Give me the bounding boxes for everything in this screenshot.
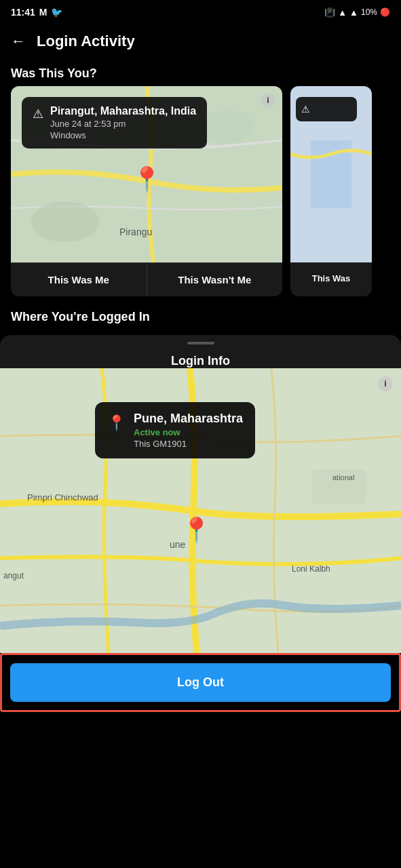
back-button[interactable]: ← [11, 33, 26, 50]
card-2-buttons: This Was [290, 262, 372, 294]
sheet-map: Pimpri Chinchwad angut Loni Kalbh une at… [0, 368, 401, 653]
svg-text:Pirangu: Pirangu [119, 226, 152, 237]
page-header: ← Login Activity [0, 24, 401, 58]
sheet-popup-status: Active now [134, 427, 243, 437]
signal-icon: ▲ [349, 7, 358, 18]
sheet-title: Login Info [0, 349, 401, 368]
sheet-popup-device: This GM1901 [134, 439, 243, 449]
info-badge-1[interactable]: i [261, 93, 275, 108]
sheet-map-popup: 📍 Pune, Maharashtra Active now This GM19… [95, 402, 255, 458]
info-icon: i [267, 96, 269, 105]
where-logged-in-section: Where You're Logged In [0, 296, 401, 330]
this-was-button-partial[interactable]: This Was [312, 273, 351, 283]
twitter-icon: 🐦 [51, 7, 62, 18]
logout-button[interactable]: Log Out [10, 663, 391, 702]
map-pin-1: 📍 [132, 165, 162, 194]
popup-date-1: June 24 at 2:53 pm [50, 119, 196, 129]
svg-text:Pimpri Chinchwad: Pimpri Chinchwad [27, 492, 98, 502]
this-was-me-button[interactable]: This Was Me [11, 263, 147, 296]
popup-platform-1: Windows [50, 130, 196, 140]
was-this-you-title: Was This You? [0, 58, 401, 86]
info-badge-sheet[interactable]: i [378, 376, 393, 391]
svg-point-1 [31, 201, 99, 242]
this-wasnt-me-button[interactable]: This Wasn't Me [147, 263, 283, 296]
wifi-icon: ▲ [338, 7, 347, 18]
location-pin-icon: 📍 [107, 414, 126, 432]
warning-icon-2: ⚠ [301, 104, 310, 115]
status-left: 11:41 M 🐦 [11, 7, 62, 18]
map-popup-1: ⚠ Pirangut, Maharashtra, India June 24 a… [22, 97, 207, 149]
map-pin-sheet: 📍 [181, 516, 212, 545]
map-area-1: Pirangu i 📍 ⚠ Pirangut, Maharashtra, Ind… [11, 86, 282, 262]
login-card-1: Pirangu i 📍 ⚠ Pirangut, Maharashtra, Ind… [11, 86, 282, 296]
info-icon-sheet: i [384, 379, 386, 389]
battery-text: 10% [361, 7, 377, 17]
svg-text:angut: angut [3, 571, 24, 580]
gmail-icon: M [39, 7, 47, 18]
sheet-handle[interactable] [187, 342, 214, 344]
warning-icon-1: ⚠ [33, 106, 43, 121]
vibrate-icon: 📳 [324, 7, 335, 18]
map-area-2-partial: ⚠ [290, 86, 372, 262]
logout-button-wrap: Log Out [0, 653, 401, 712]
card-1-buttons: This Was Me This Wasn't Me [11, 262, 282, 296]
svg-point-2 [201, 110, 255, 144]
login-info-sheet: Login Info Pimpri Chinchwad angut Loni K… [0, 335, 401, 653]
page-title: Login Activity [37, 33, 135, 50]
map-popup-2-partial: ⚠ [296, 97, 357, 121]
time-display: 11:41 [11, 7, 35, 18]
svg-text:ational: ational [332, 473, 354, 481]
battery-icon: 🔴 [380, 7, 390, 17]
login-card-2-partial: ⚠ This Was [290, 86, 372, 296]
where-logged-in-title: Where You're Logged In [11, 310, 390, 324]
popup-location-1: Pirangut, Maharashtra, India [50, 105, 196, 117]
status-bar: 11:41 M 🐦 📳 ▲ ▲ 10% 🔴 [0, 0, 401, 24]
sheet-popup-location: Pune, Maharashtra [134, 412, 243, 426]
login-cards-scroll: Pirangu i 📍 ⚠ Pirangut, Maharashtra, Ind… [0, 86, 401, 296]
status-right: 📳 ▲ ▲ 10% 🔴 [324, 7, 390, 18]
svg-text:Loni Kalbh: Loni Kalbh [292, 564, 330, 574]
